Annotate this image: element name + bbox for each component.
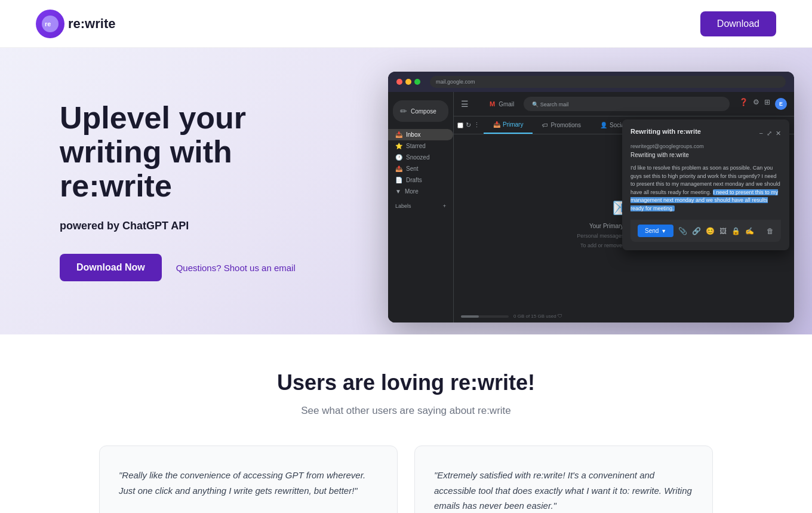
testimonial-card-1: "Really like the convenience of accessin… xyxy=(99,446,398,513)
compose-toolbar: Send ▼ 📎 🔗 😊 🖼 🔒 ✍ 🗑 xyxy=(630,220,781,242)
hero-screenshot: mail.google.com ✏ Compose 📥 Inbox ⭐ Star… xyxy=(388,72,794,322)
gmail-search: 🔍 Search mail xyxy=(524,97,730,111)
compose-button: ✏ Compose xyxy=(393,100,448,122)
sidebar-more: ▼ More xyxy=(388,186,453,197)
sidebar-drafts: 📄 Drafts xyxy=(388,174,453,186)
social-proof-section: Users are loving re:write! See what othe… xyxy=(0,334,812,513)
gmail-sidebar: ✏ Compose 📥 Inbox ⭐ Starred 🕐 Snoozed 📤 … xyxy=(388,92,454,322)
sidebar-sent: 📤 Sent xyxy=(388,163,453,174)
rewrite-popup: Rewriting with re:write − ⤢ ✕ rewritegpt… xyxy=(622,119,789,250)
browser-dots xyxy=(396,79,420,85)
social-proof-subtitle: See what other users are saying about re… xyxy=(36,405,776,417)
testimonials-container: "Really like the convenience of accessin… xyxy=(36,446,776,513)
email-link[interactable]: Questions? Shoot us an email xyxy=(176,263,296,273)
tab-promotions: 🏷 Promotions xyxy=(533,116,590,134)
svg-text:re: re xyxy=(45,20,51,27)
testimonial-text-2: "Extremely satisfied with re:write! It's… xyxy=(434,468,693,513)
browser-mockup: mail.google.com ✏ Compose 📥 Inbox ⭐ Star… xyxy=(388,72,794,322)
hero-content: Uplevel your writing with re:write power… xyxy=(60,101,296,282)
hero-actions: Download Now Questions? Shoot us an emai… xyxy=(60,254,296,281)
minimize-dot xyxy=(405,79,411,85)
popup-subject: Rewriting with re:write xyxy=(630,152,781,158)
hero-title: Uplevel your writing with re:write xyxy=(60,101,296,204)
hero-section: Uplevel your writing with re:write power… xyxy=(0,48,812,334)
popup-title: Rewriting with re:write xyxy=(630,128,701,135)
sidebar-snoozed: 🕐 Snoozed xyxy=(388,152,453,163)
storage-bar: 0 GB of 15 GB used 🛡 xyxy=(454,310,794,322)
logo: re re:write xyxy=(36,10,115,38)
select-all-checkbox[interactable] xyxy=(457,122,463,128)
popup-from: rewritegpt@googlegroups.com xyxy=(630,143,781,149)
nav-download-button[interactable]: Download xyxy=(700,11,776,36)
sidebar-inbox: 📥 Inbox xyxy=(388,129,453,140)
send-button: Send ▼ xyxy=(638,225,673,237)
social-proof-title: Users are loving re:write! xyxy=(36,370,776,395)
close-dot xyxy=(396,79,402,85)
sidebar-starred: ⭐ Starred xyxy=(388,140,453,152)
navbar: re re:write Download xyxy=(0,0,812,48)
gmail-header: ☰ M Gmail 🔍 Search mail ❓ ⚙ ⊞ xyxy=(454,92,794,116)
testimonial-card-2: "Extremely satisfied with re:write! It's… xyxy=(414,446,713,513)
download-now-button[interactable]: Download Now xyxy=(60,254,162,281)
popup-body: I'd like to resolve this problem as soon… xyxy=(630,164,781,213)
labels-section: Labels+ xyxy=(388,197,453,211)
logo-text: re:write xyxy=(68,16,115,32)
testimonial-text-1: "Really like the convenience of accessin… xyxy=(119,468,378,498)
logo-icon: re xyxy=(36,10,64,38)
gmail-layout: ✏ Compose 📥 Inbox ⭐ Starred 🕐 Snoozed 📤 … xyxy=(388,92,794,322)
hero-subtitle: powered by ChatGPT API xyxy=(60,220,296,232)
browser-bar: mail.google.com xyxy=(388,72,794,92)
tab-primary: 📥 Primary xyxy=(484,116,533,134)
maximize-dot xyxy=(414,79,420,85)
